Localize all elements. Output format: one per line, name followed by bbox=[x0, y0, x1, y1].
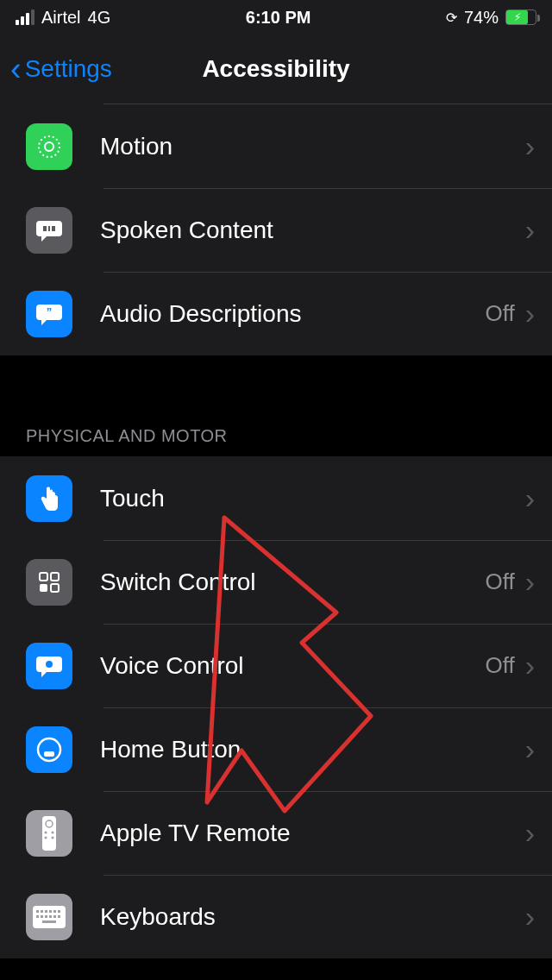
row-spoken-content[interactable]: Spoken Content › bbox=[0, 188, 552, 272]
svg-rect-30 bbox=[53, 915, 56, 918]
row-value: Off bbox=[485, 652, 514, 679]
svg-rect-13 bbox=[42, 816, 56, 851]
svg-rect-23 bbox=[49, 910, 52, 913]
nav-header: ‹ Settings Accessibility bbox=[0, 35, 552, 104]
row-motion[interactable]: Motion › bbox=[0, 104, 552, 188]
carrier-label: Airtel bbox=[41, 8, 81, 28]
svg-rect-7 bbox=[51, 573, 59, 581]
row-touch[interactable]: Touch › bbox=[0, 456, 552, 540]
back-button[interactable]: ‹ Settings bbox=[10, 53, 112, 85]
section-header-physical-motor: PHYSICAL AND MOTOR bbox=[0, 419, 552, 456]
voice-icon bbox=[26, 643, 72, 689]
chevron-right-icon: › bbox=[525, 565, 535, 599]
chevron-right-icon: › bbox=[525, 297, 535, 330]
row-value: Off bbox=[485, 300, 514, 327]
remote-icon bbox=[26, 810, 72, 857]
quote-bubble-icon: ” bbox=[26, 291, 72, 337]
home-button-icon bbox=[26, 726, 72, 773]
chevron-right-icon: › bbox=[525, 816, 535, 850]
signal-icon bbox=[16, 9, 34, 25]
chevron-right-icon: › bbox=[525, 732, 535, 766]
svg-point-15 bbox=[45, 831, 47, 833]
row-label: Touch bbox=[100, 485, 525, 512]
svg-rect-27 bbox=[41, 915, 43, 918]
clock: 6:10 PM bbox=[246, 8, 311, 28]
row-home-button[interactable]: Home Button › bbox=[0, 707, 552, 791]
grid-icon bbox=[26, 559, 72, 606]
svg-rect-9 bbox=[51, 584, 59, 592]
svg-rect-2 bbox=[43, 226, 47, 231]
svg-rect-3 bbox=[48, 226, 50, 231]
battery-percent: 74% bbox=[464, 8, 499, 28]
svg-rect-12 bbox=[44, 751, 54, 757]
svg-rect-8 bbox=[40, 584, 47, 592]
page-title: Accessibility bbox=[202, 55, 349, 83]
svg-rect-21 bbox=[41, 910, 43, 913]
svg-rect-28 bbox=[45, 915, 47, 918]
row-keyboards[interactable]: Keyboards › bbox=[0, 875, 552, 958]
back-label: Settings bbox=[25, 55, 112, 83]
rotation-lock-icon: ⟳ bbox=[446, 9, 457, 26]
row-label: Apple TV Remote bbox=[100, 820, 525, 847]
row-label: Voice Control bbox=[100, 652, 485, 680]
row-value: Off bbox=[485, 569, 514, 595]
speech-bubble-icon bbox=[26, 207, 72, 254]
svg-rect-24 bbox=[53, 910, 56, 913]
status-bar: Airtel 4G 6:10 PM ⟳ 74% ⚡︎ bbox=[0, 0, 552, 35]
svg-point-10 bbox=[46, 661, 53, 668]
row-switch-control[interactable]: Switch Control Off › bbox=[0, 540, 552, 624]
row-label: Motion bbox=[100, 133, 525, 160]
chevron-right-icon: › bbox=[525, 900, 535, 933]
svg-rect-29 bbox=[49, 915, 52, 918]
svg-point-18 bbox=[52, 836, 54, 839]
row-label: Keyboards bbox=[100, 903, 525, 931]
chevron-right-icon: › bbox=[525, 129, 535, 163]
chevron-right-icon: › bbox=[525, 649, 535, 682]
motion-icon bbox=[26, 123, 72, 170]
row-audio-descriptions[interactable]: ” Audio Descriptions Off › bbox=[0, 272, 552, 355]
chevron-right-icon: › bbox=[525, 481, 535, 515]
svg-point-16 bbox=[52, 831, 54, 833]
svg-point-17 bbox=[45, 836, 47, 839]
chevron-left-icon: ‹ bbox=[10, 53, 22, 85]
svg-rect-22 bbox=[45, 910, 47, 913]
svg-rect-31 bbox=[58, 915, 60, 918]
keyboard-icon bbox=[26, 894, 72, 940]
row-apple-tv-remote[interactable]: Apple TV Remote › bbox=[0, 791, 552, 875]
svg-rect-4 bbox=[52, 226, 55, 231]
network-label: 4G bbox=[88, 8, 111, 28]
row-label: Spoken Content bbox=[100, 217, 525, 244]
svg-point-0 bbox=[39, 136, 60, 157]
svg-rect-26 bbox=[36, 915, 39, 918]
row-voice-control[interactable]: Voice Control Off › bbox=[0, 624, 552, 707]
row-label: Audio Descriptions bbox=[100, 300, 485, 328]
svg-point-1 bbox=[45, 142, 53, 151]
row-label: Switch Control bbox=[100, 569, 485, 596]
row-label: Home Button bbox=[100, 736, 525, 763]
svg-text:”: ” bbox=[47, 305, 53, 318]
svg-rect-6 bbox=[40, 573, 47, 581]
battery-icon: ⚡︎ bbox=[505, 9, 536, 25]
touch-icon bbox=[26, 475, 72, 522]
svg-rect-32 bbox=[42, 920, 56, 923]
svg-rect-25 bbox=[58, 910, 60, 913]
svg-point-11 bbox=[38, 738, 60, 761]
chevron-right-icon: › bbox=[525, 213, 535, 247]
svg-rect-20 bbox=[36, 910, 39, 913]
